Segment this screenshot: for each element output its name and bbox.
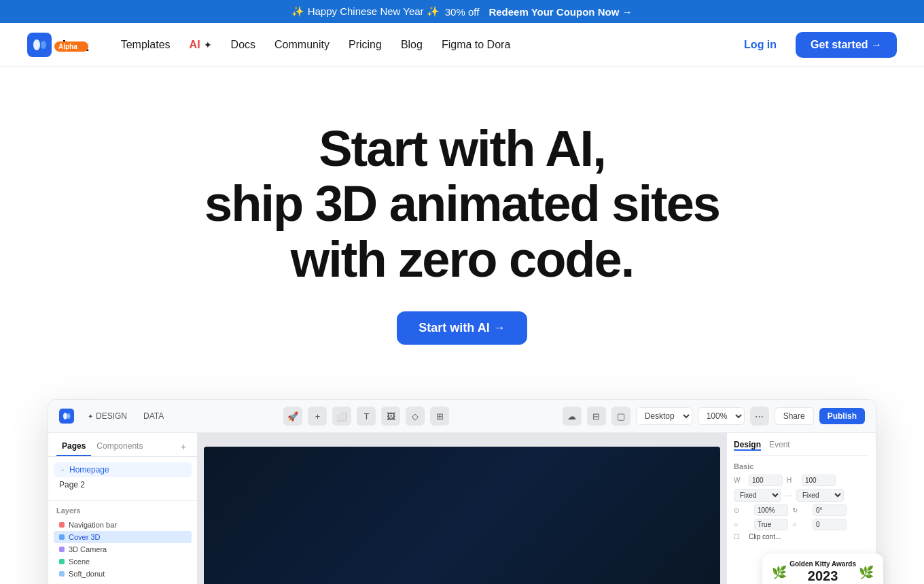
true-label: ○ bbox=[734, 521, 750, 528]
alpha-badge: Alpha bbox=[54, 41, 88, 52]
award-year: 2023 bbox=[789, 568, 856, 584]
sidebar-tab-pages[interactable]: Pages bbox=[56, 439, 91, 456]
hero-title: Start with AI, ship 3D animated sites wi… bbox=[156, 121, 768, 287]
sidebar-tabs: Pages Components + bbox=[48, 433, 197, 457]
right-row-wh: W H bbox=[734, 475, 869, 486]
right-section-basic: Basic bbox=[734, 462, 869, 470]
nav-links: Templates AI ✦ Docs Community Pricing Bl… bbox=[113, 35, 519, 55]
toolbar-left: ✦ DESIGN DATA bbox=[59, 409, 171, 424]
svg-point-4 bbox=[67, 413, 71, 419]
banner-discount: 30% off bbox=[445, 6, 480, 18]
nav-templates[interactable]: Templates bbox=[113, 35, 179, 55]
nav-pricing[interactable]: Pricing bbox=[340, 35, 390, 55]
zero-input[interactable] bbox=[813, 519, 847, 530]
navbar: dora Alpha Templates AI ✦ Docs Community… bbox=[0, 23, 924, 67]
app-body: Pages Components + → Homepage Page 2 Lay… bbox=[48, 433, 876, 584]
nav-blog[interactable]: Blog bbox=[393, 35, 431, 55]
toolbar-image-icon[interactable]: 🖼 bbox=[381, 407, 400, 426]
layer-dot-cover bbox=[59, 534, 65, 540]
toolbar-frame-icon: ▢ bbox=[611, 407, 630, 426]
golden-kitty-badge: 🌿 Golden Kitty Awards 2023 🌿 Made in Dor… bbox=[762, 553, 883, 584]
app-toolbar: ✦ DESIGN DATA 🚀 + ⬜ T 🖼 ◇ ⊞ ☁ ⊟ bbox=[48, 400, 876, 433]
nav-docs[interactable]: Docs bbox=[223, 35, 264, 55]
share-button[interactable]: Share bbox=[775, 407, 814, 425]
svg-point-3 bbox=[63, 413, 67, 419]
zero-label: ○ bbox=[792, 521, 808, 528]
get-started-button[interactable]: Get started → bbox=[796, 32, 897, 58]
right-laurel: 🌿 bbox=[859, 565, 874, 580]
login-button[interactable]: Log in bbox=[733, 33, 787, 56]
nav-community[interactable]: Community bbox=[266, 35, 338, 55]
left-sidebar: Pages Components + → Homepage Page 2 Lay… bbox=[48, 433, 198, 584]
canvas-dark-bg bbox=[204, 447, 720, 584]
toolbar-shapes-icon[interactable]: ◇ bbox=[406, 407, 425, 426]
svg-point-1 bbox=[33, 39, 40, 50]
award-title: Golden Kitty Awards bbox=[789, 560, 856, 568]
toolbar-rocket-icon: 🚀 bbox=[283, 407, 302, 426]
layer-dot-donut bbox=[59, 571, 65, 577]
nav-figma[interactable]: Figma to Dora bbox=[433, 35, 518, 55]
add-page-button[interactable]: + bbox=[178, 439, 189, 456]
right-tab-event[interactable]: Event bbox=[769, 440, 790, 451]
fixed-select[interactable]: Fixed bbox=[734, 489, 781, 502]
page-homepage[interactable]: → Homepage bbox=[54, 462, 192, 477]
width-input[interactable] bbox=[749, 475, 783, 486]
page-2[interactable]: Page 2 bbox=[54, 477, 192, 492]
rotation-input[interactable] bbox=[813, 504, 847, 516]
main-canvas bbox=[198, 433, 726, 584]
toolbar-center: 🚀 + ⬜ T 🖼 ◇ ⊞ bbox=[283, 407, 449, 426]
app-preview: ✦ DESIGN DATA 🚀 + ⬜ T 🖼 ◇ ⊞ ☁ ⊟ bbox=[27, 399, 897, 584]
banner-text: ✨ Happy Chinese New Year ✨ bbox=[291, 5, 439, 18]
banner-cta[interactable]: Redeem Your Coupon Now → bbox=[488, 6, 632, 18]
layer-softdonut[interactable]: Soft_donut bbox=[54, 568, 192, 580]
toolbar-tab-data[interactable]: DATA bbox=[137, 409, 171, 424]
opacity-input[interactable] bbox=[754, 504, 788, 516]
toolbar-components-icon[interactable]: ⊞ bbox=[430, 407, 449, 426]
layer-cover3d[interactable]: Cover 3D bbox=[54, 531, 192, 543]
toolbar-tabs: ✦ DESIGN DATA bbox=[81, 409, 171, 424]
sidebar-pages-list: → Homepage Page 2 bbox=[48, 457, 197, 498]
divider-1: — bbox=[785, 492, 792, 499]
right-tab-design[interactable]: Design bbox=[734, 440, 761, 451]
left-laurel: 🌿 bbox=[772, 565, 787, 580]
true-input[interactable] bbox=[754, 519, 788, 530]
toolbar-text-icon[interactable]: T bbox=[357, 407, 376, 426]
publish-button[interactable]: Publish bbox=[819, 408, 865, 424]
clip-label: Clip cont... bbox=[749, 533, 781, 540]
toolbar-layout-icon: ⊟ bbox=[587, 407, 606, 426]
sparkle-icon: ✦ bbox=[204, 39, 212, 50]
h-label: H bbox=[787, 477, 798, 484]
fixed-select-2[interactable]: Fixed bbox=[796, 489, 844, 502]
layer-dot-scene bbox=[59, 559, 65, 564]
laurels: 🌿 Golden Kitty Awards 2023 🌿 bbox=[772, 560, 874, 584]
zoom-select[interactable]: 100% bbox=[698, 407, 745, 425]
layer-navbar[interactable]: Navigation bar bbox=[54, 519, 192, 531]
layer-scene[interactable]: Scene bbox=[54, 555, 192, 568]
nav-ai[interactable]: AI ✦ bbox=[181, 35, 220, 55]
rotation-label: ↻ bbox=[792, 506, 808, 514]
right-row-opacity: ⊙ ↻ bbox=[734, 504, 869, 516]
opacity-label: ⊙ bbox=[734, 506, 750, 514]
start-with-ai-button[interactable]: Start with AI → bbox=[397, 311, 527, 345]
app-window: ✦ DESIGN DATA 🚀 + ⬜ T 🖼 ◇ ⊞ ☁ ⊟ bbox=[48, 399, 876, 584]
toolbar-cloud-icon: ☁ bbox=[563, 407, 582, 426]
layer-dot-nav bbox=[59, 522, 65, 528]
right-row-true: ○ ○ bbox=[734, 519, 869, 530]
logo[interactable]: dora Alpha bbox=[27, 33, 88, 57]
toolbar-plus-icon[interactable]: + bbox=[308, 407, 327, 426]
desktop-select[interactable]: Desktop bbox=[636, 407, 692, 425]
toolbar-right: ☁ ⊟ ▢ Desktop 100% ⋯ Share Publish bbox=[563, 407, 865, 426]
clip-icon: ☐ bbox=[734, 533, 745, 540]
w-label: W bbox=[734, 477, 745, 484]
layers-panel: Layers Navigation bar Cover 3D 3D Camera bbox=[48, 500, 197, 584]
layer-camera[interactable]: 3D Camera bbox=[54, 543, 192, 555]
right-row-clip: ☐ Clip cont... bbox=[734, 533, 869, 540]
toolbar-tab-design[interactable]: ✦ DESIGN bbox=[81, 409, 134, 424]
toolbar-rect-icon[interactable]: ⬜ bbox=[332, 407, 351, 426]
toolbar-more-icon[interactable]: ⋯ bbox=[750, 407, 769, 426]
sidebar-tab-components[interactable]: Components bbox=[91, 439, 148, 456]
height-input[interactable] bbox=[802, 475, 836, 486]
layers-title: Layers bbox=[54, 506, 192, 515]
navbar-left: dora Alpha Templates AI ✦ Docs Community… bbox=[27, 33, 518, 57]
svg-point-2 bbox=[41, 41, 46, 49]
